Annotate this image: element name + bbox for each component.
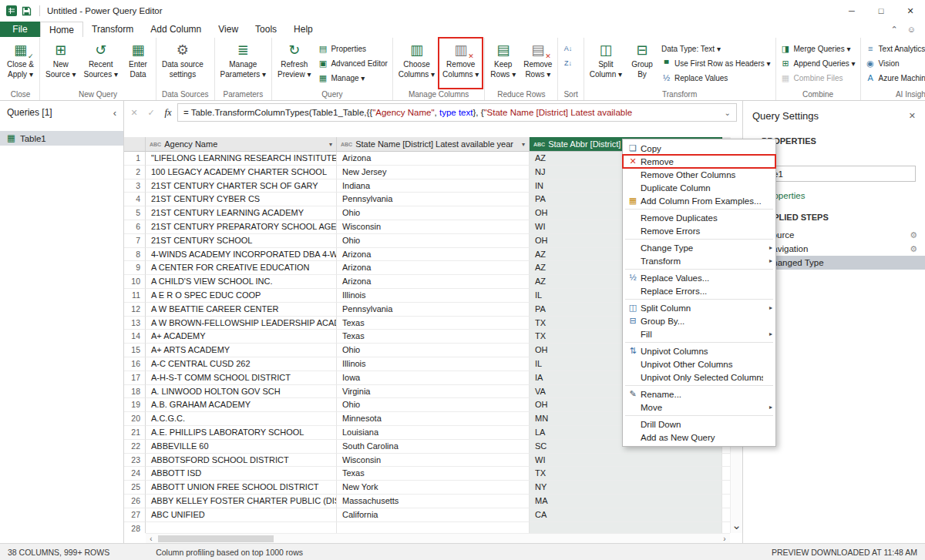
filter-icon[interactable]: ▾ (519, 141, 525, 148)
row-number[interactable]: 21 (124, 426, 146, 440)
scroll-right-icon[interactable]: › (719, 535, 730, 543)
row-number[interactable]: 25 (124, 481, 146, 495)
manage-parameters-button[interactable]: ≣ManageParameters ▾ (217, 39, 269, 88)
properties-section-header[interactable]: ▲ PROPERTIES (752, 136, 916, 146)
grid-cell[interactable]: ABBOTSFORD SCHOOL DISTRICT (146, 454, 337, 468)
split-column-button[interactable]: ◫SplitColumn ▾ (587, 39, 625, 88)
grid-cell[interactable]: ABC UNIFIED (146, 508, 337, 522)
menu-item-group-by[interactable]: ⊟Group By... (623, 314, 775, 327)
grid-cell[interactable]: NY (530, 481, 722, 495)
menu-item-change-type[interactable]: Change Type▸ (623, 241, 775, 254)
save-icon[interactable] (22, 6, 32, 16)
menu-item-remove-duplicates[interactable]: Remove Duplicates (623, 211, 775, 224)
row-number[interactable]: 18 (124, 385, 146, 399)
azure-machine-learning-button[interactable]: AAzure Machine Learning (863, 72, 925, 85)
cancel-formula-icon[interactable]: ✕ (126, 108, 142, 118)
tab-view[interactable]: View (210, 22, 247, 37)
collapse-ribbon-icon[interactable]: ⌃ (891, 25, 898, 35)
all-properties-link[interactable]: All Properties (752, 191, 916, 200)
grid-cell[interactable]: Arizona (337, 152, 530, 166)
group-by-button[interactable]: ⊟GroupBy (627, 39, 658, 88)
grid-cell[interactable]: A+ ARTS ACADEMY (146, 344, 337, 357)
grid-cell[interactable]: A.B. GRAHAM ACADEMY (146, 398, 337, 412)
grid-cell[interactable] (722, 467, 730, 481)
grid-cell[interactable]: A-H-S-T COMM SCHOOL DISTRICT (146, 371, 337, 385)
menu-item-replace-values[interactable]: ½Replace Values... (623, 271, 775, 284)
combine-files-button[interactable]: ▦Combine Files (779, 72, 858, 85)
row-number[interactable]: 14 (124, 330, 146, 344)
grid-cell[interactable]: 21ST CENTURY LEARNING ACADEMY (146, 206, 337, 220)
row-number[interactable]: 22 (124, 440, 146, 454)
choose-columns-button[interactable]: ▥ChooseColumns ▾ (395, 39, 438, 88)
grid-cell[interactable]: New York (337, 481, 530, 495)
grid-cell[interactable]: 21ST CENTURY SCHOOL (146, 234, 337, 248)
grid-cell[interactable]: Arizona (337, 261, 530, 275)
properties-button[interactable]: ▤Properties (315, 42, 389, 55)
grid-cell[interactable]: A CENTER FOR CREATIVE EDUCATION (146, 261, 337, 275)
grid-cell[interactable]: A.E. PHILLIPS LABORATORY SCHOOL (146, 426, 337, 440)
grid-cell[interactable]: Texas (337, 467, 530, 481)
sort-ascending-button[interactable]: A↓ (560, 42, 575, 55)
grid-cell[interactable] (146, 522, 337, 533)
minimize-icon[interactable]: ─ (837, 0, 866, 22)
maximize-icon[interactable]: □ (866, 0, 896, 22)
row-number[interactable]: 6 (124, 220, 146, 234)
grid-cell[interactable]: A CHILD'S VIEW SCHOOL INC. (146, 275, 337, 289)
grid-cell[interactable]: 21ST CENTURY CYBER CS (146, 193, 337, 206)
row-number[interactable]: 28 (124, 522, 146, 533)
grid-cell[interactable]: Arizona (337, 248, 530, 262)
recent-sources-button[interactable]: ↺RecentSources ▾ (81, 39, 121, 88)
grid-cell[interactable]: A-C CENTRAL CUSD 262 (146, 357, 337, 371)
menu-item-split-column[interactable]: ◫Split Column▸ (623, 301, 775, 314)
advanced-editor-button[interactable]: ▣Advanced Editor (315, 57, 389, 70)
grid-cell[interactable]: Virginia (337, 385, 530, 399)
row-number[interactable]: 15 (124, 344, 146, 357)
grid-cell[interactable]: Texas (337, 330, 530, 344)
tab-file[interactable]: File (0, 22, 40, 37)
formula-input[interactable]: = Table.TransformColumnTypes(Table1_Tabl… (177, 103, 737, 122)
menu-item-remove[interactable]: ✕Remove (623, 155, 775, 168)
menu-item-fill[interactable]: Fill▸ (623, 327, 775, 340)
grid-cell[interactable]: Ohio (337, 206, 530, 220)
data-source-settings-button[interactable]: ⚙Data sourcesettings (159, 39, 207, 88)
menu-item-rename[interactable]: ✎Rename... (623, 387, 775, 401)
menu-item-add-as-new-query[interactable]: Add as New Query (623, 431, 775, 444)
grid-cell[interactable] (530, 522, 722, 533)
scroll-down-icon[interactable]: ⌄ (732, 518, 742, 533)
grid-cell[interactable]: A+ ACADEMY (146, 330, 337, 344)
menu-item-replace-errors[interactable]: Replace Errors... (623, 284, 775, 297)
row-number[interactable]: 19 (124, 398, 146, 412)
filter-icon[interactable]: ▾ (326, 141, 332, 148)
tab-transform[interactable]: Transform (83, 22, 142, 37)
keep-rows-button[interactable]: ▤KeepRows ▾ (487, 39, 519, 88)
grid-cell[interactable]: A W BEATTIE CAREER CENTER (146, 303, 337, 317)
grid-cell[interactable]: 100 LEGACY ACADEMY CHARTER SCHOOL (146, 166, 337, 179)
grid-cell[interactable]: ABBEVILLE 60 (146, 440, 337, 454)
expand-formula-icon[interactable]: ⌄ (718, 109, 731, 117)
feedback-smiley-icon[interactable]: ☺ (907, 25, 916, 34)
grid-cell[interactable] (722, 454, 730, 468)
data-type-text-button[interactable]: Data Type: Text ▾ (659, 42, 773, 55)
commit-formula-icon[interactable]: ✓ (143, 108, 159, 118)
merge-queries-button[interactable]: ◨Merge Queries ▾ (779, 42, 858, 55)
grid-cell[interactable]: Ohio (337, 234, 530, 248)
replace-values-button[interactable]: ½Replace Values (659, 72, 773, 85)
grid-cell[interactable]: California (337, 508, 530, 522)
grid-cell[interactable]: Texas (337, 317, 530, 330)
close-apply-button[interactable]: ▦✓Close &Apply ▾ (4, 39, 37, 88)
query-item-table1[interactable]: ▦Table1 (0, 131, 123, 146)
menu-item-drill-down[interactable]: Drill Down (623, 417, 775, 431)
remove-columns-button[interactable]: ▥✕RemoveColumns ▾ (439, 39, 482, 88)
grid-cell[interactable]: South Carolina (337, 440, 530, 454)
row-number[interactable]: 11 (124, 289, 146, 303)
menu-item-remove-errors[interactable]: Remove Errors (623, 224, 775, 237)
grid-cell[interactable]: ABBY KELLEY FOSTER CHARTER PUBLIC (DISTR… (146, 495, 337, 508)
tab-home[interactable]: Home (40, 22, 83, 37)
row-number[interactable]: 27 (124, 508, 146, 522)
row-number[interactable]: 10 (124, 275, 146, 289)
row-number[interactable]: 17 (124, 371, 146, 385)
grid-cell[interactable]: ABBOTT UNION FREE SCHOOL DISTRICT (146, 481, 337, 495)
grid-cell[interactable] (337, 522, 530, 533)
sort-descending-button[interactable]: Z↓ (560, 57, 575, 70)
row-number[interactable]: 4 (124, 193, 146, 206)
